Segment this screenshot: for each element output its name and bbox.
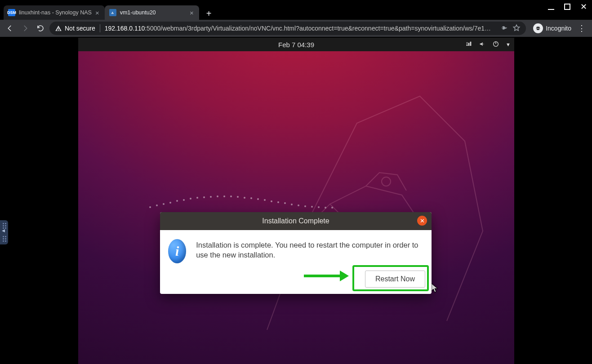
bookmark-star-icon[interactable]	[512, 24, 521, 33]
info-icon: i	[168, 239, 186, 263]
dialog-message: Installation is complete. You need to re…	[196, 239, 422, 260]
tab-title: vm1-ubuntu20	[120, 9, 186, 16]
saved-password-icon[interactable]	[500, 24, 508, 33]
incognito-indicator[interactable]: Incognito	[533, 23, 571, 33]
browser-tabstrip: DSM linuxhint-nas - Synology NAS × ▵ vm1…	[0, 4, 592, 20]
omnibox-divider	[100, 24, 100, 32]
site-security-chip[interactable]: Not secure	[55, 25, 95, 32]
tab-close-icon[interactable]: ×	[190, 9, 194, 17]
favicon-dsm-icon: DSM	[8, 9, 15, 16]
vnc-viewport[interactable]: Feb 7 04:39 ▼	[78, 38, 514, 364]
window-maximize-icon[interactable]	[564, 4, 570, 10]
dialog-titlebar[interactable]: Installation Complete ✕	[160, 212, 432, 230]
gnome-status-area[interactable]: ▼	[465, 38, 511, 51]
svg-point-1	[382, 177, 391, 186]
gnome-clock[interactable]: Feb 7 04:39	[278, 41, 314, 49]
browser-tab-linuxhint-nas[interactable]: DSM linuxhint-nas - Synology NAS ×	[4, 5, 105, 20]
nav-back-button[interactable]	[4, 22, 16, 35]
new-tab-button[interactable]: +	[203, 7, 215, 20]
address-bar[interactable]: Not secure 192.168.0.110:5000/webman/3rd…	[49, 22, 526, 35]
nav-reload-button[interactable]	[34, 22, 47, 35]
browser-toolbar: Not secure 192.168.0.110:5000/webman/3rd…	[0, 20, 592, 37]
power-icon[interactable]	[492, 40, 499, 49]
window-close-icon[interactable]: ✕	[580, 4, 587, 10]
tab-title: linuxhint-nas - Synology NAS	[19, 9, 92, 16]
annotation-arrow	[304, 271, 349, 281]
dialog-title: Installation Complete	[262, 217, 329, 225]
network-icon[interactable]	[465, 40, 472, 49]
browser-menu-button[interactable]: ⋮	[578, 23, 586, 33]
favicon-vm-icon: ▵	[109, 9, 116, 16]
gnome-top-bar: Feb 7 04:39 ▼	[78, 38, 514, 51]
page-content: ◀ Feb 7 04:39 ▼	[0, 37, 592, 364]
volume-icon[interactable]	[479, 40, 486, 49]
window-controls: ✕	[548, 4, 587, 10]
restart-now-button[interactable]: Restart Now	[365, 271, 425, 288]
omnibox-url: 192.168.0.110:5000/webman/3rdparty/Virtu…	[105, 25, 495, 32]
novnc-control-handle[interactable]: ◀	[0, 220, 8, 244]
dialog-close-button[interactable]: ✕	[417, 216, 427, 226]
window-minimize-icon[interactable]	[548, 4, 554, 10]
warning-triangle-icon	[55, 25, 62, 32]
site-security-label: Not secure	[65, 25, 95, 32]
installation-complete-dialog: Installation Complete ✕ i Installation i…	[160, 212, 432, 294]
tab-close-icon[interactable]: ×	[95, 9, 99, 17]
nav-forward-button[interactable]	[19, 22, 31, 35]
incognito-icon	[533, 23, 543, 33]
chevron-down-icon[interactable]: ▼	[506, 42, 511, 47]
mouse-cursor-icon	[431, 283, 438, 293]
incognito-label: Incognito	[546, 25, 571, 32]
browser-tab-vm1-ubuntu20[interactable]: ▵ vm1-ubuntu20 ×	[105, 5, 199, 20]
